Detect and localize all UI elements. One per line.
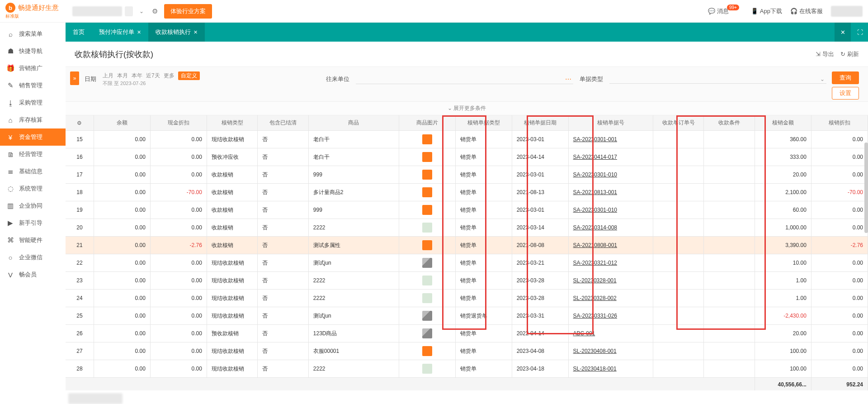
table-row[interactable]: 240.000.00现结收款核销否2222销货单2023-03-28SL-202…: [66, 290, 868, 307]
billtype-input[interactable]: [611, 76, 820, 82]
col-header[interactable]: 核销折扣: [811, 115, 868, 131]
collapse-filter-handle[interactable]: »: [70, 71, 79, 85]
bill-no-link[interactable]: SA-20230314-008: [573, 224, 617, 231]
brand-logo: b 畅捷通好生意 标准版: [5, 3, 59, 19]
chevron-down-icon[interactable]: ⌄: [139, 8, 144, 14]
sidebar-item-资金管理[interactable]: ¥资金管理: [0, 128, 66, 146]
tab-close-button[interactable]: ✕: [835, 23, 851, 42]
nav-icon: ☗: [6, 47, 14, 55]
col-header[interactable]: 包含已结清: [258, 115, 308, 131]
bill-no-link[interactable]: SA-20230301-001: [573, 136, 617, 143]
sidebar-item-畅会员[interactable]: V畅会员: [0, 266, 66, 283]
col-header[interactable]: ⚙: [66, 115, 94, 131]
date-option-本月[interactable]: 本月: [117, 72, 128, 80]
col-header[interactable]: 核销单据日期: [512, 115, 568, 131]
col-header[interactable]: 收款条件: [704, 115, 755, 131]
gear-icon[interactable]: ⚙: [152, 7, 158, 15]
date-option-更多[interactable]: 更多: [164, 72, 175, 80]
sidebar-item-经营管理[interactable]: 🗎经营管理: [0, 146, 66, 163]
product-image: [422, 170, 432, 180]
sidebar-item-库存核算[interactable]: ⌂库存核算: [0, 111, 66, 128]
settings-button[interactable]: 设置: [832, 87, 859, 100]
table-row[interactable]: 210.00-2.76收款核销否测试多属性销货单2021-08-08SA-202…: [66, 237, 868, 254]
table-row[interactable]: 260.000.00预收款核销否123D商品销货单2022-04-14ABC-0…: [66, 325, 868, 342]
table-row[interactable]: 270.000.00现结收款核销否衣服00001销货单2023-04-08SL-…: [66, 342, 868, 360]
tab-收款核销执行[interactable]: 收款核销执行✕: [148, 23, 205, 42]
bill-no-link[interactable]: SA-20210808-001: [573, 242, 617, 248]
refresh-button[interactable]: ↻刷新: [840, 50, 859, 58]
sidebar-item-基础信息[interactable]: ≣基础信息: [0, 163, 66, 180]
bill-no-link[interactable]: SL-20230418-001: [573, 366, 617, 372]
nav-icon: ✎: [6, 81, 14, 90]
sidebar-item-智能硬件[interactable]: ⌘智能硬件: [0, 232, 66, 249]
table-row[interactable]: 200.000.00收款核销否2222销货单2023-03-14SA-20230…: [66, 219, 868, 237]
tab-首页[interactable]: 首页: [66, 23, 92, 42]
user-avatar[interactable]: [831, 6, 863, 17]
tab-预付冲应付单[interactable]: 预付冲应付单✕: [92, 23, 148, 42]
bill-no-link[interactable]: SL-20230328-002: [573, 295, 617, 301]
app-download-link[interactable]: 📱 App下载: [751, 7, 782, 15]
col-header[interactable]: 核销单据类型: [455, 115, 512, 131]
org-selector[interactable]: [72, 6, 122, 16]
scrollbar[interactable]: [864, 143, 868, 233]
nav-icon: ≣: [6, 167, 14, 176]
sidebar-item-销售管理[interactable]: ✎销售管理: [0, 77, 66, 94]
close-icon[interactable]: ✕: [137, 29, 141, 35]
col-header[interactable]: 余额: [94, 115, 150, 131]
bill-no-link[interactable]: SA-20230301-010: [573, 207, 617, 213]
sidebar-item-新手引导[interactable]: ▶新手引导: [0, 214, 66, 232]
online-service-link[interactable]: 🎧 在线客服: [790, 7, 823, 15]
col-header[interactable]: 核销金额: [755, 115, 811, 131]
page-title: 收款核销执行(按收款): [75, 49, 153, 60]
date-option-近7天[interactable]: 近7天: [146, 72, 160, 80]
table-row[interactable]: 190.000.00收款核销否999销货单2023-03-01SA-202303…: [66, 201, 868, 219]
headset-icon: 🎧: [790, 8, 797, 14]
date-option-custom[interactable]: 自定义: [178, 71, 200, 80]
bill-no-link[interactable]: SL-20230408-001: [573, 348, 617, 354]
msg-badge: 99+: [727, 5, 739, 10]
table-row[interactable]: 230.000.00现结收款核销否2222销货单2023-03-28SL-202…: [66, 272, 868, 290]
date-option-上月[interactable]: 上月: [103, 72, 113, 80]
bill-no-link[interactable]: SA-20230331-026: [573, 313, 617, 319]
table-row[interactable]: 170.000.00收款核销否999销货单2023-03-01SA-202303…: [66, 166, 868, 184]
partner-more-icon[interactable]: ⋯: [565, 76, 571, 83]
partner-input[interactable]: [358, 76, 565, 82]
tab-expand-button[interactable]: ⛶: [852, 23, 868, 42]
bill-no-link[interactable]: SL-20230328-001: [573, 277, 617, 284]
close-icon[interactable]: ✕: [193, 29, 198, 35]
chevron-down-icon[interactable]: ⌄: [820, 76, 825, 82]
sidebar-item-搜索菜单[interactable]: ⌕搜索菜单: [0, 25, 66, 43]
expand-conditions-toggle[interactable]: ⌄ 展开更多条件: [66, 102, 868, 115]
gear-icon[interactable]: ⚙: [77, 120, 82, 126]
table-row[interactable]: 220.000.00现结收款核销否测试jun销货单2023-03-21SA-20…: [66, 254, 868, 272]
table-row[interactable]: 280.000.00现结收款核销否2222销货单2023-04-18SL-202…: [66, 360, 868, 378]
col-header[interactable]: 核销单据号: [568, 115, 653, 131]
sidebar-item-企业协同[interactable]: ▥企业协同: [0, 197, 66, 214]
nav-icon: ⭳: [6, 99, 14, 107]
bill-no-link[interactable]: SA-20230414-017: [573, 154, 617, 160]
table-row[interactable]: 160.000.00预收冲应收否老白干销货单2023-04-14SA-20230…: [66, 148, 868, 166]
table-row[interactable]: 180.00-70.00收款核销否多计量商品2销货单2021-08-13SA-2…: [66, 184, 868, 201]
sidebar-item-企业微信[interactable]: ○企业微信: [0, 249, 66, 266]
messages-link[interactable]: 💬 消息 99+: [708, 7, 743, 15]
sidebar-item-快捷导航[interactable]: ☗快捷导航: [0, 43, 66, 60]
col-header[interactable]: 商品图片: [399, 115, 455, 131]
sidebar-item-营销推广[interactable]: 🎁营销推广: [0, 60, 66, 77]
table-row[interactable]: 250.000.00现结收款核销否测试jun销货退货单2023-03-31SA-…: [66, 307, 868, 325]
date-option-本年[interactable]: 本年: [132, 72, 142, 80]
col-header[interactable]: 商品: [308, 115, 399, 131]
col-header[interactable]: 核销类型: [207, 115, 257, 131]
export-button[interactable]: ⇲导出: [816, 50, 834, 58]
col-header[interactable]: 收款单订单号: [653, 115, 704, 131]
sidebar-item-系统管理[interactable]: ◌系统管理: [0, 180, 66, 197]
nav-icon: ○: [6, 254, 14, 261]
col-header[interactable]: 现金折扣: [150, 115, 207, 131]
table-row[interactable]: 150.000.00现结收款核销否老白干销货单2023-03-01SA-2023…: [66, 131, 868, 148]
bill-no-link[interactable]: SA-20230301-010: [573, 171, 617, 178]
bill-no-link[interactable]: ABC-001: [573, 330, 595, 337]
sidebar-item-采购管理[interactable]: ⭳采购管理: [0, 94, 66, 111]
try-industry-button[interactable]: 体验行业方案: [164, 4, 212, 19]
bill-no-link[interactable]: SA-20210813-001: [573, 189, 617, 195]
bill-no-link[interactable]: SA-20230321-012: [573, 260, 617, 266]
query-button[interactable]: 查询: [832, 71, 859, 84]
